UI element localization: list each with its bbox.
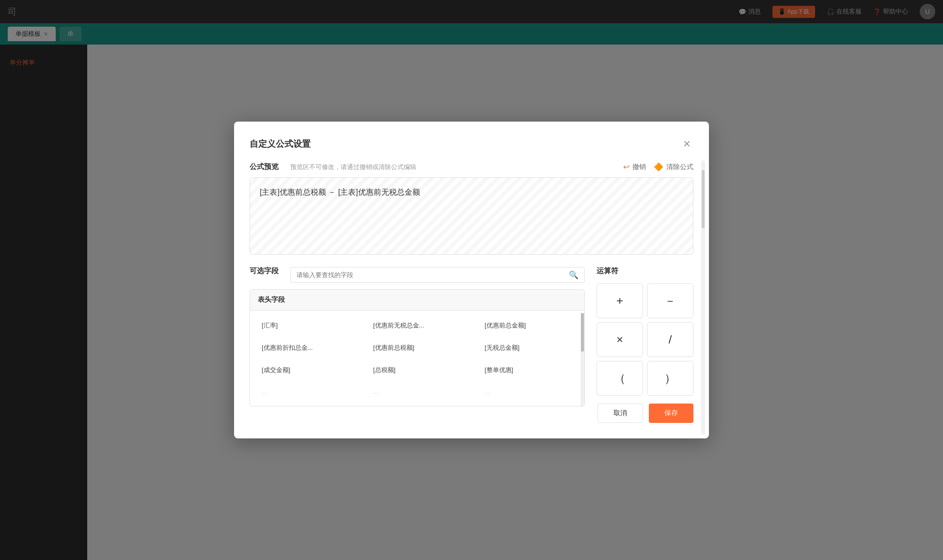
fields-list-box: 表头字段 [汇率] [优惠前无税总金... [优惠前总金额] [优惠前折扣总金.… <box>250 289 585 406</box>
fields-operators-section: 可选字段 🔍 表头字段 [汇率] [优惠前无税总金... [优惠前总金额] <box>250 266 693 423</box>
field-label: [整单优惠] <box>485 366 513 373</box>
close-paren-icon: ） <box>664 371 676 386</box>
fields-section: 可选字段 🔍 表头字段 [汇率] [优惠前无税总金... [优惠前总金额] <box>250 266 585 423</box>
clear-icon: 🔶 <box>654 162 663 171</box>
search-icon: 🔍 <box>569 270 579 280</box>
fields-scrollbar-thumb <box>581 313 584 352</box>
modal-title: 自定义公式设置 <box>250 138 311 150</box>
field-item[interactable]: [优惠前无税总金... <box>365 315 469 336</box>
fields-grid: [汇率] [优惠前无税总金... [优惠前总金额] [优惠前折扣总金... [优… <box>250 311 584 406</box>
operators-grid: + － × / （ ） <box>597 283 693 396</box>
field-search-bar[interactable]: 🔍 <box>290 267 585 283</box>
divide-icon: / <box>669 333 672 346</box>
clear-label: 清除公式 <box>666 163 693 171</box>
field-item[interactable]: [优惠前总金额] <box>477 315 581 336</box>
plus-icon: + <box>616 294 623 308</box>
field-label: ... <box>262 388 267 395</box>
field-label: [成交金额] <box>262 366 290 373</box>
field-item[interactable]: [整单优惠] <box>477 360 581 380</box>
save-button[interactable]: 保存 <box>649 404 693 423</box>
multiply-icon: × <box>616 333 623 346</box>
operator-close-paren[interactable]: ） <box>647 361 693 396</box>
field-item[interactable]: ... <box>254 382 358 401</box>
field-label: [优惠前折扣总金... <box>262 344 313 351</box>
undo-label: 撤销 <box>632 163 646 171</box>
cancel-button[interactable]: 取消 <box>597 404 643 423</box>
formula-content: [主表]优惠前总税额 － [主表]优惠前无税总金额 <box>260 187 683 198</box>
minus-icon: － <box>664 293 676 309</box>
field-label: [总税额] <box>373 366 395 373</box>
field-item[interactable]: [汇率] <box>254 315 358 336</box>
operator-minus[interactable]: － <box>647 283 693 318</box>
field-item[interactable]: [无税总金额] <box>477 338 581 358</box>
modal-footer: 取消 保存 <box>597 404 693 423</box>
clear-formula-button[interactable]: 🔶 清除公式 <box>654 162 693 171</box>
field-item[interactable]: [总税额] <box>365 360 469 380</box>
operators-section-title: 运算符 <box>597 266 693 276</box>
operator-open-paren[interactable]: （ <box>597 361 643 396</box>
operator-plus[interactable]: + <box>597 283 643 318</box>
field-item[interactable]: [优惠前折扣总金... <box>254 338 358 358</box>
field-label: [优惠前总金额] <box>485 322 526 329</box>
operators-section: 运算符 + － × / （ ） <box>597 266 693 423</box>
formula-label-group: 公式预览 预览区不可修改，请通过撤销或清除公式编辑 <box>250 162 416 171</box>
formula-hint: 预览区不可修改，请通过撤销或清除公式编辑 <box>290 163 416 171</box>
field-item[interactable]: ... <box>477 382 581 401</box>
field-label: [优惠前总税额] <box>373 344 414 351</box>
field-label: ... <box>485 388 490 395</box>
modal-header: 自定义公式设置 ✕ <box>250 137 693 151</box>
operator-multiply[interactable]: × <box>597 322 643 357</box>
modal-close-button[interactable]: ✕ <box>680 137 693 151</box>
field-label: [无税总金额] <box>485 344 519 351</box>
fields-header: 可选字段 🔍 <box>250 266 585 283</box>
field-item[interactable]: ... <box>365 382 469 401</box>
field-item[interactable]: [优惠前总税额] <box>365 338 469 358</box>
fields-group-header: 表头字段 <box>250 290 584 311</box>
field-item[interactable]: [成交金额] <box>254 360 358 380</box>
formula-preview-box: [主表]优惠前总税额 － [主表]优惠前无税总金额 <box>250 177 693 255</box>
formula-preview-section: 公式预览 预览区不可修改，请通过撤销或清除公式编辑 ↩ 撤销 🔶 清除公式 [主… <box>250 162 693 255</box>
modal-scrollbar-thumb <box>702 170 705 228</box>
custom-formula-modal: 自定义公式设置 ✕ 公式预览 预览区不可修改，请通过撤销或清除公式编辑 ↩ 撤销… <box>234 122 709 438</box>
undo-icon: ↩ <box>623 162 629 171</box>
open-paren-icon: （ <box>614 371 626 386</box>
field-label: [优惠前无税总金... <box>373 322 424 329</box>
field-label: ... <box>373 388 378 395</box>
formula-header: 公式预览 预览区不可修改，请通过撤销或清除公式编辑 ↩ 撤销 🔶 清除公式 <box>250 162 693 171</box>
field-search-input[interactable] <box>297 271 567 279</box>
undo-button[interactable]: ↩ 撤销 <box>623 162 646 171</box>
modal-scrollbar[interactable] <box>701 160 705 435</box>
field-label: [汇率] <box>262 322 278 329</box>
formula-actions: ↩ 撤销 🔶 清除公式 <box>623 162 693 171</box>
fields-section-title: 可选字段 <box>250 266 279 276</box>
operator-divide[interactable]: / <box>647 322 693 357</box>
fields-scrollbar[interactable] <box>581 313 584 406</box>
formula-label: 公式预览 <box>250 162 279 171</box>
